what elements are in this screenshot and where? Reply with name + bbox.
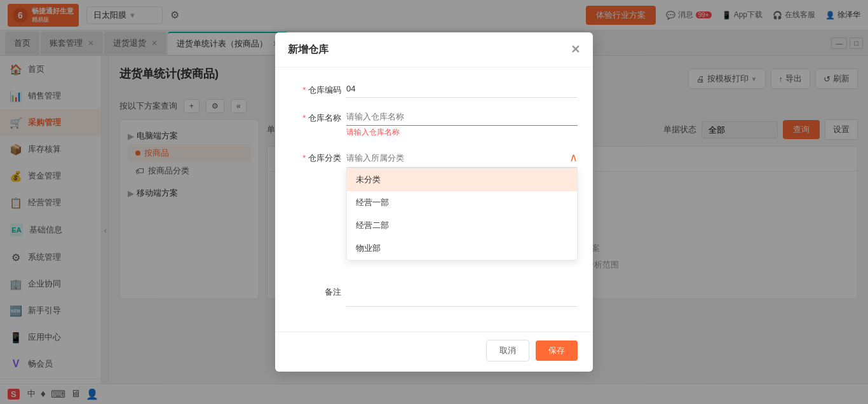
name-form-row: * 仓库名称 请输入仓库名称 <box>290 108 578 138</box>
remark-form-row: 备注 <box>290 282 578 309</box>
dropdown-item-dept1[interactable]: 经营一部 <box>347 191 577 214</box>
dialog-header: 新增仓库 ✕ <box>275 32 593 67</box>
dialog-overlay[interactable]: 新增仓库 ✕ * 仓库编码 * 仓库名称 <box>0 0 868 404</box>
cancel-button[interactable]: 取消 <box>486 340 529 361</box>
name-error-msg: 请输入仓库名称 <box>346 127 578 138</box>
dialog-title: 新增仓库 <box>288 43 329 57</box>
new-warehouse-dialog: 新增仓库 ✕ * 仓库编码 * 仓库名称 <box>275 32 593 372</box>
name-required: * <box>302 113 306 123</box>
category-form-row: * 仓库分类 ∧ 未分类 经营一部 经营二部 物业部 <box>290 148 578 168</box>
name-input[interactable] <box>346 108 578 126</box>
remark-control <box>346 282 578 309</box>
dropdown-item-unclassified[interactable]: 未分类 <box>347 168 577 191</box>
dropdown-item-property[interactable]: 物业部 <box>347 237 577 260</box>
remark-input[interactable] <box>346 282 578 307</box>
name-control: 请输入仓库名称 <box>346 108 578 138</box>
category-label: * 仓库分类 <box>290 148 341 164</box>
dropdown-item-dept2[interactable]: 经营二部 <box>347 214 577 237</box>
remark-label: 备注 <box>290 282 341 298</box>
category-control: ∧ 未分类 经营一部 经营二部 物业部 <box>346 148 578 168</box>
category-toggle-icon[interactable]: ∧ <box>569 151 578 165</box>
code-control <box>346 80 578 98</box>
category-input-row: ∧ <box>346 148 578 168</box>
dialog-body: * 仓库编码 * 仓库名称 请输入仓库名称 <box>275 67 593 332</box>
dialog-footer: 取消 保存 <box>275 332 593 372</box>
category-required: * <box>302 153 306 163</box>
code-form-row: * 仓库编码 <box>290 80 578 98</box>
save-button[interactable]: 保存 <box>536 340 578 361</box>
dialog-close-button[interactable]: ✕ <box>571 43 580 57</box>
category-dropdown: 未分类 经营一部 经营二部 物业部 <box>346 168 578 260</box>
name-label: * 仓库名称 <box>290 108 341 124</box>
category-input[interactable] <box>346 153 569 163</box>
code-label: * 仓库编码 <box>290 80 341 96</box>
code-input[interactable] <box>346 80 578 98</box>
code-required: * <box>302 85 306 95</box>
